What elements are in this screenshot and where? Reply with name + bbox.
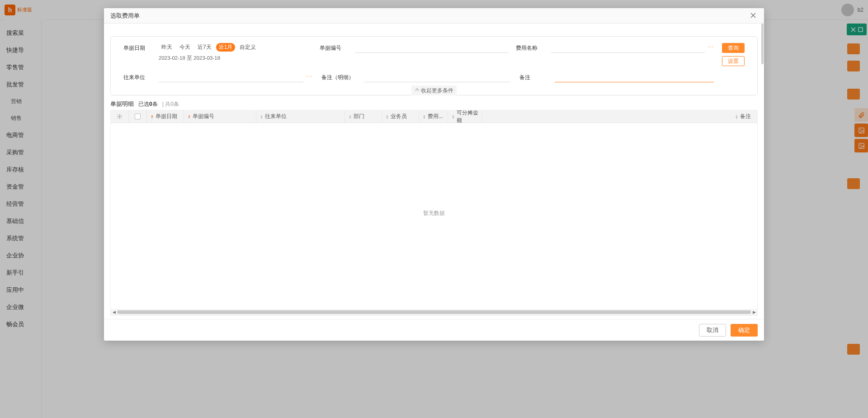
- date-tag-today[interactable]: 今天: [177, 43, 193, 52]
- column-label: 单据日期: [156, 113, 177, 120]
- details-header: 单据明细 已选0条 | 共0条: [110, 100, 758, 108]
- modal-overlay: 选取费用单 单据日期 昨天 今天: [0, 0, 868, 418]
- close-button[interactable]: [749, 11, 758, 20]
- remark-input[interactable]: [555, 72, 714, 82]
- column-label: 单据编号: [193, 113, 214, 120]
- column-label: 部门: [354, 113, 364, 120]
- horizontal-scrollbar[interactable]: ◀ ▶: [111, 309, 757, 315]
- date-range-text: 2023-02-18 至 2023-03-18: [159, 55, 320, 62]
- code-input[interactable]: [355, 43, 509, 53]
- feename-input[interactable]: [551, 43, 705, 53]
- sort-icon: ▲▼: [452, 114, 455, 119]
- filter-actions: 查询 设置: [722, 43, 745, 66]
- empty-state: 暂无数据: [111, 209, 757, 217]
- select-expense-modal: 选取费用单 单据日期 昨天 今天: [104, 8, 764, 341]
- date-tag-yesterday[interactable]: 昨天: [159, 43, 175, 52]
- remark-detail-input[interactable]: [364, 72, 510, 82]
- gear-icon: [117, 114, 123, 120]
- column-label: 可分摊金额: [457, 110, 478, 124]
- filter-panel: 单据日期 昨天 今天 近7天 近1月 自定义 2023-02-18 至 2023…: [110, 36, 758, 95]
- column-settings[interactable]: [111, 110, 129, 123]
- table-header-row: ▲▼ 单据日期 ▲▼ 单据编号 ▲▼ 往来单位 ▲▼ 部门: [111, 110, 757, 123]
- column-code[interactable]: ▲▼ 单据编号: [184, 110, 256, 123]
- column-alloc[interactable]: ▲▼ 可分摊金额: [448, 110, 482, 123]
- sort-icon: ▲▼: [423, 114, 426, 119]
- svg-point-5: [119, 116, 120, 117]
- sort-icon: ▲▼: [349, 114, 352, 119]
- cancel-button[interactable]: 取消: [699, 324, 726, 337]
- scroll-track[interactable]: [117, 310, 751, 314]
- vertical-scrollbar[interactable]: [761, 24, 764, 319]
- column-label: 往来单位: [265, 113, 287, 120]
- filter-label-remark-detail: 备注（明细）: [321, 72, 360, 81]
- modal-body: 单据日期 昨天 今天 近7天 近1月 自定义 2023-02-18 至 2023…: [104, 24, 764, 319]
- chevron-up-icon: [415, 88, 419, 93]
- filter-label-remark: 备注: [519, 72, 551, 81]
- date-tag-group: 昨天 今天 近7天 近1月 自定义 2023-02-18 至 2023-03-1…: [159, 43, 320, 62]
- scroll-left-icon[interactable]: ◀: [111, 309, 117, 315]
- column-label: 备注: [740, 113, 751, 120]
- scroll-thumb[interactable]: [117, 310, 751, 314]
- filter-label-date: 单据日期: [123, 43, 155, 52]
- column-remark[interactable]: ▲▼ 备注: [482, 110, 757, 123]
- sort-icon: ▲▼: [386, 114, 389, 119]
- close-icon: [750, 12, 756, 19]
- selected-count: 已选0条: [138, 100, 158, 108]
- modal-footer: 取消 确定: [104, 319, 764, 341]
- total-count: | 共0条: [162, 100, 179, 108]
- column-date[interactable]: ▲▼ 单据日期: [147, 110, 184, 123]
- collapse-toggle[interactable]: 收起更多条件: [411, 86, 457, 95]
- unit-input[interactable]: [159, 72, 303, 82]
- sort-icon: ▲▼: [188, 114, 191, 119]
- date-tag-7days[interactable]: 近7天: [195, 43, 214, 52]
- column-checkbox[interactable]: [129, 110, 147, 123]
- date-tag-1month[interactable]: 近1月: [216, 43, 236, 52]
- column-label: 费用...: [428, 113, 443, 120]
- modal-title: 选取费用单: [110, 12, 140, 20]
- settings-button[interactable]: 设置: [722, 56, 745, 66]
- checkbox-icon: [135, 114, 141, 119]
- filter-label-feename: 费用名称: [516, 43, 547, 52]
- column-fee[interactable]: ▲▼ 费用...: [419, 110, 448, 123]
- sort-icon: ▲▼: [151, 114, 154, 119]
- detail-table: ▲▼ 单据日期 ▲▼ 单据编号 ▲▼ 往来单位 ▲▼ 部门: [110, 110, 758, 316]
- more-icon[interactable]: ···: [306, 72, 312, 79]
- column-staff[interactable]: ▲▼ 业务员: [382, 110, 419, 123]
- details-title: 单据明细: [110, 100, 134, 108]
- confirm-button[interactable]: 确定: [731, 324, 758, 337]
- filter-label-unit: 往来单位: [123, 72, 155, 81]
- sort-icon: ▲▼: [735, 114, 738, 119]
- date-tag-custom[interactable]: 自定义: [237, 43, 259, 52]
- column-label: 业务员: [391, 113, 407, 120]
- more-icon[interactable]: ···: [708, 43, 714, 50]
- collapse-label: 收起更多条件: [421, 87, 453, 95]
- column-dept[interactable]: ▲▼ 部门: [345, 110, 382, 123]
- scroll-right-icon[interactable]: ▶: [751, 309, 757, 315]
- filter-label-code: 单据编号: [320, 43, 351, 52]
- column-unit[interactable]: ▲▼ 往来单位: [256, 110, 345, 123]
- sort-icon: ▲▼: [260, 114, 263, 119]
- query-button[interactable]: 查询: [722, 43, 745, 53]
- modal-header: 选取费用单: [104, 8, 764, 24]
